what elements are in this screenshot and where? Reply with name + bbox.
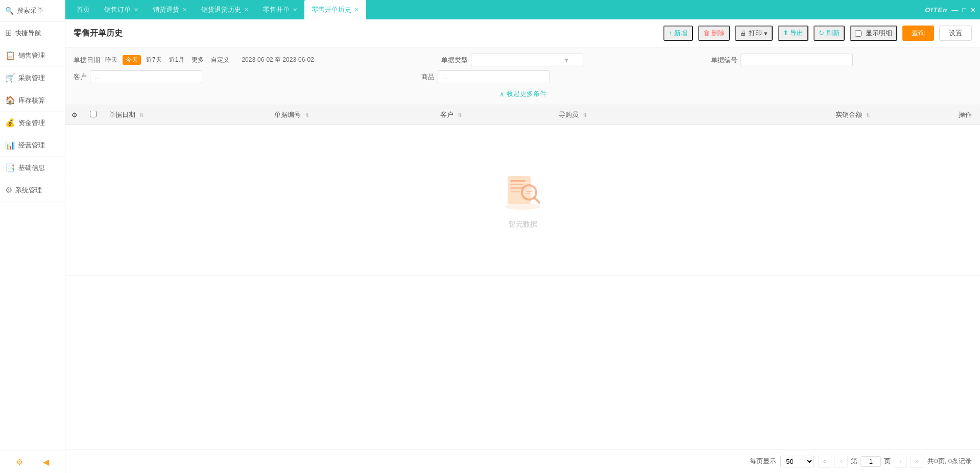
collapse-sidebar-button[interactable]: ◀: [43, 457, 49, 467]
tab-home[interactable]: 首页: [69, 0, 97, 19]
th-date-sort-icon[interactable]: ⇅: [139, 112, 144, 118]
show-detail-checkbox[interactable]: [855, 30, 862, 37]
date-last1month[interactable]: 近1月: [167, 55, 187, 65]
order-type-arrow-icon: ▾: [565, 56, 568, 64]
th-settings[interactable]: ⚙: [65, 105, 84, 125]
select-all-checkbox[interactable]: [90, 111, 97, 117]
empty-cell: 暂无数据: [65, 125, 980, 276]
empty-state: 暂无数据: [71, 130, 974, 270]
minimize-button[interactable]: —: [951, 6, 958, 14]
order-no-input[interactable]: [740, 54, 853, 66]
close-tab-retail-open-history[interactable]: ✕: [354, 7, 359, 13]
date-range-item: 2023-06-02 至 2023-06-02: [240, 56, 314, 64]
setting-button[interactable]: 设置: [939, 26, 972, 41]
sidebar-item-label: 快捷导航: [15, 29, 41, 38]
page-size-select[interactable]: 50 100 200: [780, 456, 814, 467]
inventory-mgmt-icon: 🏠: [5, 95, 15, 105]
close-window-button[interactable]: ✕: [970, 6, 976, 14]
th-amount-sort-icon[interactable]: ⇅: [866, 112, 870, 118]
show-detail-button[interactable]: 显示明细: [850, 26, 897, 41]
close-tab-sales-return[interactable]: ✕: [182, 7, 187, 13]
table-body: 暂无数据: [65, 125, 980, 276]
tab-retail-open-history[interactable]: 零售开单历史 ✕: [304, 0, 366, 19]
svg-point-7: [524, 188, 534, 197]
last-page-button[interactable]: »: [910, 455, 923, 468]
th-customer-sort-icon[interactable]: ⇅: [458, 112, 462, 118]
th-guide-sort-icon[interactable]: ⇅: [583, 112, 587, 118]
sidebar-item-label: 采购管理: [18, 73, 45, 83]
sidebar-item-label: 基础信息: [18, 163, 45, 172]
topbar-right: OfTEn — □ ✕: [925, 6, 976, 14]
close-tab-sales-order[interactable]: ✕: [134, 7, 138, 13]
close-tab-retail-open[interactable]: ✕: [293, 7, 297, 13]
pagination: 每页显示 50 100 200 « ‹ 第 页 › »: [65, 449, 980, 473]
maximize-button[interactable]: □: [962, 6, 966, 14]
order-type-select[interactable]: ▾: [471, 54, 583, 66]
next-page-icon: ›: [899, 458, 901, 465]
settings-footer-button[interactable]: ⚙: [16, 457, 23, 467]
customer-label: 客户: [74, 72, 87, 82]
current-page-input[interactable]: [861, 456, 881, 467]
sidebar-item-sales-mgmt[interactable]: 📋 销售管理: [0, 44, 65, 67]
sidebar-search[interactable]: 🔍 搜索采单: [0, 0, 65, 22]
date-last7[interactable]: 近7天: [144, 55, 164, 65]
th-customer: 客户 ⇅: [434, 105, 553, 125]
sidebar-item-quick-nav[interactable]: ⊞ 快捷导航: [0, 22, 65, 44]
customer-select[interactable]: ...: [90, 70, 202, 83]
topbar-brand: OfTEn: [925, 6, 947, 14]
last-page-icon: »: [915, 458, 919, 465]
sidebar-item-label: 系统管理: [15, 186, 42, 195]
prev-page-button[interactable]: ‹: [834, 455, 848, 468]
next-page-button[interactable]: ›: [894, 455, 907, 468]
topbar: 首页 销售订单 ✕ 销货退货 ✕ 销货退货历史 ✕ 零售开单 ✕ 零售开单历史 …: [65, 0, 980, 19]
prev-page-icon: ‹: [840, 458, 842, 465]
th-order-no-sort-icon[interactable]: ⇅: [305, 112, 309, 118]
sidebar-item-system-mgmt[interactable]: ⚙ 系统管理: [0, 179, 65, 202]
delete-button[interactable]: 🗑 删除: [698, 26, 730, 41]
query-button[interactable]: 查询: [902, 26, 934, 41]
goods-select[interactable]: ...: [438, 70, 550, 83]
refresh-button[interactable]: ↻ 刷新: [814, 26, 845, 41]
first-page-button[interactable]: «: [818, 455, 831, 468]
table-area: ⚙ 单据日期 ⇅ 单据编号 ⇅: [65, 105, 980, 449]
sidebar-item-basic-info[interactable]: 📑 基础信息: [0, 157, 65, 179]
sidebar-item-finance-mgmt[interactable]: 💰 资金管理: [0, 112, 65, 134]
svg-line-8: [534, 197, 539, 203]
order-no-filter: 单据编号: [711, 54, 853, 66]
sidebar-item-operation-mgmt[interactable]: 📊 经营管理: [0, 134, 65, 157]
th-customer-label: 客户: [440, 111, 453, 118]
page-word: 页: [884, 457, 891, 466]
operation-mgmt-icon: 📊: [5, 140, 15, 150]
sidebar-item-purchase-mgmt[interactable]: 🛒 采购管理: [0, 67, 65, 89]
page-header: 零售开单历史 + 新增 🗑 删除 🖨 打印 ▾ ⬆ 导出 ↻ 刷新: [65, 19, 980, 47]
column-settings-icon[interactable]: ⚙: [71, 111, 78, 119]
th-amount: 实销金额 ⇅: [695, 105, 882, 125]
empty-illustration: [497, 171, 548, 212]
sidebar-item-label: 资金管理: [18, 118, 45, 128]
th-checkbox: [84, 105, 103, 125]
tab-sales-order[interactable]: 销售订单 ✕: [97, 0, 146, 19]
close-tab-sales-return-history[interactable]: ✕: [244, 7, 249, 13]
date-custom[interactable]: 自定义: [209, 55, 231, 65]
tab-sales-return-history[interactable]: 销货退货历史 ✕: [194, 0, 256, 19]
more-conditions-toggle[interactable]: ∧ 收起更多条件: [74, 87, 972, 101]
print-button[interactable]: 🖨 打印 ▾: [735, 26, 773, 41]
th-order-no: 单据编号 ⇅: [268, 105, 434, 125]
sidebar: 🔍 搜索采单 ⊞ 快捷导航 📋 销售管理 🛒 采购管理 🏠 库存核算 💰 资金管…: [0, 0, 65, 473]
svg-rect-2: [510, 180, 525, 182]
order-no-label: 单据编号: [711, 56, 737, 65]
sidebar-item-inventory-mgmt[interactable]: 🏠 库存核算: [0, 89, 65, 112]
more-conditions-label: ∧ 收起更多条件: [499, 89, 546, 98]
empty-row: 暂无数据: [65, 125, 980, 276]
page-total: 共0页, 0条记录: [927, 457, 972, 466]
th-action: 操作: [882, 105, 980, 125]
tab-sales-return[interactable]: 销货退货 ✕: [146, 0, 194, 19]
date-yesterday[interactable]: 昨天: [103, 55, 119, 65]
tab-retail-open[interactable]: 零售开单 ✕: [256, 0, 304, 19]
add-button[interactable]: + 新增: [663, 26, 692, 41]
date-today[interactable]: 今天: [123, 55, 141, 65]
svg-rect-3: [510, 184, 523, 185]
export-button[interactable]: ⬆ 导出: [778, 26, 809, 41]
date-filter-label: 单据日期: [74, 56, 100, 65]
date-more[interactable]: 更多: [189, 55, 206, 65]
